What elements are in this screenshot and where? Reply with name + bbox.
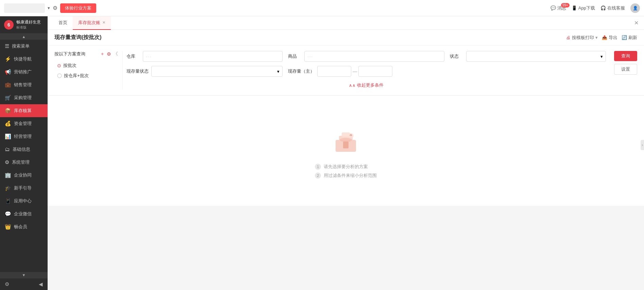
sidebar-header: 6 畅康通好生意 标准版 [0,16,48,34]
tab-bar: 首页 库存批次账 ✕ ✕ [48,16,644,30]
online-service-btn[interactable]: 🎧 在线客服 [600,5,625,11]
sales-icon: 💼 [5,82,11,88]
tab-close-icon[interactable]: ✕ [102,20,105,25]
tab-inventory-batch-label: 库存批次账 [78,20,100,26]
add-scheme-icon[interactable]: ＋ [100,51,105,57]
sidebar-item-operations[interactable]: 📊 经营管理 [0,130,48,143]
online-service-label: 在线客服 [607,5,625,11]
sidebar-logo: 6 [4,20,14,30]
message-icon: 💬 [550,5,556,11]
filter-actions: 查询 设置 [614,51,637,90]
scheme-by-batch[interactable]: ⊙ 按批次 [54,60,118,71]
refresh-label: 刷新 [628,35,637,41]
app-download-btn[interactable]: 📱 App下载 [572,5,595,11]
top-nav-right: 💬 消息 99+ 📱 App下载 🎧 在线客服 👤 [550,3,640,13]
messages-btn[interactable]: 💬 消息 99+ [550,5,566,11]
search-box[interactable] [4,3,45,13]
status-dropdown-icon: ▾ [600,54,603,59]
newbie-icon: 🎓 [5,185,11,191]
sidebar-item-wechat[interactable]: 💬 企业微信 [0,207,48,220]
member-icon: 👑 [5,224,11,230]
print-dropdown-icon[interactable]: ▾ [595,35,598,40]
goods-dots: ··· [307,54,313,59]
sidebar-label-system: 系统管理 [12,159,30,165]
main-layout: 6 畅康通好生意 标准版 ▲ ☰ 搜索菜单 ⚡ 快捷导航 📢 营销推广 💼 [0,16,644,290]
scheme-title-text: 按以下方案查询 [54,51,85,57]
query-btn[interactable]: 查询 [614,51,637,61]
stock-qty-to[interactable] [358,66,392,77]
export-btn[interactable]: 📤 导出 [602,35,617,41]
marketing-icon: 📢 [5,69,11,75]
stock-qty-range: — [317,66,392,77]
sidebar-item-inventory[interactable]: 📦 库存核算 [0,104,48,117]
right-expand-btn[interactable]: › [641,140,644,150]
gear-icon[interactable]: ⚙ [53,5,57,11]
refresh-btn[interactable]: 🔄 刷新 [622,35,637,41]
filter-scheme-panel: 按以下方案查询 ＋ ⚙ 《 ⊙ 按批次 按仓库+批次 [54,51,122,90]
experience-btn[interactable]: 体验行业方案 [60,3,96,13]
stock-qty-from[interactable] [317,66,351,77]
tab-inventory-batch[interactable]: 库存批次账 ✕ [73,16,111,30]
sidebar-label-sales: 销售管理 [14,82,32,88]
sidebar: 6 畅康通好生意 标准版 ▲ ☰ 搜索菜单 ⚡ 快捷导航 📢 营销推广 💼 [0,16,48,290]
goods-input[interactable]: ··· [304,51,444,62]
search-menu-icon: ☰ [5,43,9,49]
sidebar-item-finance[interactable]: 💰 资金管理 [0,117,48,130]
sidebar-item-search-menu[interactable]: ☰ 搜索菜单 [0,40,48,53]
sidebar-item-quick-nav[interactable]: ⚡ 快捷导航 [0,53,48,66]
sidebar-item-system[interactable]: ⚙ 系统管理 [0,156,48,169]
inventory-icon: 📦 [5,108,11,114]
footer-settings-icon[interactable]: ⚙ [5,281,9,287]
purchase-icon: 🛒 [5,95,11,101]
sidebar-item-marketing[interactable]: 📢 营销推广 [0,66,48,78]
print-btn[interactable]: 🖨 按模板打印 ▾ [566,35,598,41]
sidebar-label-marketing: 营销推广 [14,69,32,75]
batch-filter-icon: ⊙ [57,63,61,68]
sidebar-item-purchase[interactable]: 🛒 采购管理 [0,91,48,104]
collapse-more-btn[interactable]: ∧∧ 收起更多条件 [126,81,606,90]
stock-status-select[interactable]: ▾ [151,66,283,77]
footer-collapse-icon[interactable]: ◀ [39,281,43,287]
sidebar-item-sales[interactable]: 💼 销售管理 [0,78,48,91]
sidebar-scroll-up[interactable]: ▲ [0,34,48,40]
sidebar-item-basics[interactable]: 🗂 基础信息 [0,143,48,156]
operations-icon: 📊 [5,133,11,140]
sidebar-label-app-center: 应用中心 [14,198,32,204]
setting-scheme-icon[interactable]: ⚙ [107,51,111,57]
sidebar-label-enterprise: 企业协同 [14,172,32,178]
settings-btn[interactable]: 设置 [614,64,637,75]
basics-icon: 🗂 [5,146,10,152]
sidebar-item-enterprise[interactable]: 🏢 企业协同 [0,169,48,182]
tab-home[interactable]: 首页 [53,16,73,30]
sidebar-brand: 畅康通好生意 标准版 [16,20,41,30]
status-select[interactable]: ▾ [466,51,606,62]
tab-close-global-icon[interactable]: ✕ [634,20,639,26]
page-header: 现存量查询(按批次) 🖨 按模板打印 ▾ 📤 导出 🔄 刷新 [48,30,644,46]
top-nav-left: ▾ ⚙ 体验行业方案 [4,3,548,13]
user-avatar[interactable]: 👤 [630,3,640,13]
svg-rect-4 [343,142,349,148]
sidebar-item-app-center[interactable]: 📱 应用中心 [0,195,48,207]
sidebar-scroll-down[interactable]: ▼ [0,272,48,278]
filter-field-stock-qty: 现存量（主） — [288,66,444,77]
export-icon: 📤 [602,35,607,40]
sidebar-label-purchase: 采购管理 [14,95,32,101]
stock-status-label: 现存量状态 [126,68,149,74]
service-icon: 🎧 [600,5,606,11]
app-center-icon: 📱 [5,198,11,204]
warehouse-label: 仓库 [126,53,140,59]
sidebar-label-quick-nav: 快捷导航 [14,56,32,62]
print-icon: 🖨 [566,35,571,40]
sidebar-label-member: 畅会员 [14,224,27,230]
sidebar-label-finance: 资金管理 [14,121,32,127]
dropdown-arrow-icon[interactable]: ▾ [48,5,50,11]
refresh-icon: 🔄 [622,35,627,40]
collapse-scheme-icon[interactable]: 《 [113,51,118,57]
warehouse-input[interactable]: ··· [143,51,283,62]
sidebar-item-newbie[interactable]: 🎓 新手引导 [0,182,48,195]
collapse-up-icon: ∧∧ [349,83,356,88]
status-label: 状态 [450,53,463,59]
scheme-by-warehouse-batch[interactable]: 按仓库+批次 [54,71,118,81]
sidebar-item-member[interactable]: 👑 畅会员 [0,220,48,233]
content-area: 首页 库存批次账 ✕ ✕ 现存量查询(按批次) 🖨 按模板打印 ▾ [48,16,644,290]
